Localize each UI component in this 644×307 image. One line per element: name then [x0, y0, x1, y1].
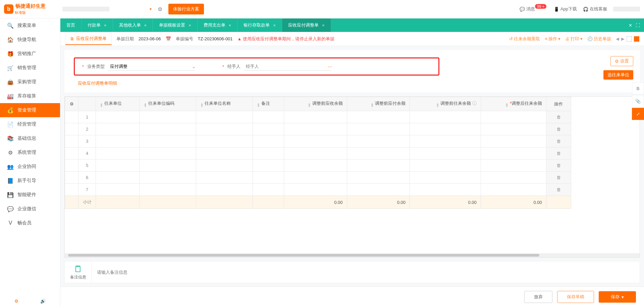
- biz-type-select[interactable]: [108, 62, 195, 71]
- delete-row-button[interactable]: 🗑: [546, 184, 571, 196]
- cell[interactable]: [96, 184, 140, 196]
- tab-4[interactable]: 费用支出单×: [198, 18, 238, 32]
- delete-row-button[interactable]: 🗑: [546, 160, 571, 172]
- delete-row-button[interactable]: 🗑: [546, 147, 571, 160]
- cell[interactable]: [253, 172, 284, 184]
- cell[interactable]: [196, 123, 253, 135]
- company-selector[interactable]: ▾: [62, 7, 152, 11]
- cell[interactable]: [140, 135, 196, 147]
- settings-icon[interactable]: ⚙: [158, 6, 162, 12]
- cell[interactable]: [284, 147, 347, 160]
- sort-icon[interactable]: ▲▼: [371, 103, 374, 107]
- table-row[interactable]: 3🗑: [65, 135, 571, 147]
- sidebar-item-chip[interactable]: 💾智能硬件: [0, 188, 60, 202]
- cell[interactable]: [410, 111, 481, 123]
- cell[interactable]: [96, 160, 140, 172]
- next-icon[interactable]: ▶: [621, 36, 625, 42]
- close-icon[interactable]: ×: [322, 23, 325, 28]
- view-list-icon[interactable]: [627, 36, 632, 42]
- sort-icon[interactable]: ▲▼: [144, 103, 147, 107]
- dock-form-icon[interactable]: 🗎: [632, 82, 644, 94]
- sort-icon[interactable]: ▲▼: [436, 103, 439, 107]
- sort-icon[interactable]: ▲▼: [505, 103, 508, 107]
- cell[interactable]: [253, 184, 284, 196]
- cell[interactable]: [410, 172, 481, 184]
- cell[interactable]: [140, 147, 196, 160]
- reset-balance-button[interactable]: ↺往来余额重取: [509, 36, 540, 42]
- close-icon[interactable]: ×: [144, 23, 147, 28]
- table-row[interactable]: 1🗑: [65, 111, 571, 123]
- sidebar-item-doc[interactable]: 📄经营管理: [0, 117, 60, 131]
- cell[interactable]: [253, 147, 284, 160]
- cell[interactable]: [284, 123, 347, 135]
- delete-row-button[interactable]: 🗑: [546, 111, 571, 123]
- doc-date-value[interactable]: 2023-06-06: [139, 36, 161, 41]
- sidebar-item-cart[interactable]: 🛒销售管理: [0, 61, 60, 75]
- sound-footer-icon[interactable]: 🔊: [40, 299, 46, 304]
- cell[interactable]: [96, 172, 140, 184]
- cell[interactable]: [347, 184, 410, 196]
- tab-0[interactable]: 首页: [60, 18, 82, 32]
- remark-input[interactable]: [92, 261, 640, 283]
- cell[interactable]: [253, 123, 284, 135]
- cell[interactable]: [481, 172, 546, 184]
- discard-button[interactable]: 放弃: [524, 291, 552, 303]
- cell[interactable]: [347, 172, 410, 184]
- column-header[interactable]: ▲▼调整前应付余额: [347, 97, 410, 111]
- cell[interactable]: [410, 184, 481, 196]
- cell[interactable]: [196, 111, 253, 123]
- gear-column-header[interactable]: ⚙: [65, 97, 78, 111]
- online-service-button[interactable]: 🎧 在线客服: [583, 6, 607, 12]
- cell[interactable]: [253, 160, 284, 172]
- delete-row-button[interactable]: 🗑: [546, 123, 571, 135]
- column-header[interactable]: ▲▼调整前应收余额: [284, 97, 347, 111]
- cell[interactable]: [481, 111, 546, 123]
- table-row[interactable]: 4🗑: [65, 147, 571, 160]
- cell[interactable]: [347, 123, 410, 135]
- tab-3[interactable]: 单据模板设置×: [153, 18, 198, 32]
- cell[interactable]: [284, 135, 347, 147]
- close-icon[interactable]: ×: [273, 23, 276, 28]
- cell[interactable]: [481, 160, 546, 172]
- delete-row-button[interactable]: 🗑: [546, 172, 571, 184]
- delete-row-button[interactable]: 🗑: [546, 135, 571, 147]
- save-draft-button[interactable]: 保存草稿: [557, 291, 594, 303]
- cell[interactable]: [140, 160, 196, 172]
- calendar-icon[interactable]: 📅: [166, 36, 171, 41]
- sidebar-item-gift[interactable]: 🎁营销推广: [0, 47, 60, 61]
- cell[interactable]: [140, 172, 196, 184]
- print-dropdown[interactable]: 🖨打印 ▾: [565, 36, 583, 42]
- horizontal-scrollbar[interactable]: [65, 253, 640, 257]
- cell[interactable]: [347, 160, 410, 172]
- settings-footer-icon[interactable]: ⚙: [14, 299, 18, 304]
- sort-icon[interactable]: ▲▼: [257, 103, 260, 107]
- tab-6[interactable]: 应收应付调整单×: [282, 18, 331, 32]
- cell[interactable]: [347, 147, 410, 160]
- sidebar-item-money[interactable]: 💰资金管理: [0, 103, 60, 117]
- cell[interactable]: [140, 123, 196, 135]
- cell[interactable]: [196, 135, 253, 147]
- cell[interactable]: [196, 147, 253, 160]
- tab-2[interactable]: 其他收入单×: [113, 18, 153, 32]
- sidebar-item-vip[interactable]: V畅会员: [0, 216, 60, 230]
- cell[interactable]: [284, 184, 347, 196]
- cell[interactable]: [481, 135, 546, 147]
- cell[interactable]: [347, 111, 410, 123]
- column-header[interactable]: ▲▼往来单位编码: [140, 97, 196, 111]
- tab-1[interactable]: 付款单×: [82, 18, 113, 32]
- sidebar-item-bag[interactable]: 👜采购管理: [0, 75, 60, 89]
- table-row[interactable]: 7🗑: [65, 184, 571, 196]
- table-row[interactable]: 2🗑: [65, 123, 571, 135]
- save-button[interactable]: 保存 ▾: [599, 291, 636, 303]
- cell[interactable]: [96, 123, 140, 135]
- app-download-button[interactable]: 📱 App下载: [554, 6, 577, 12]
- sidebar-item-guide[interactable]: 📘新手引导: [0, 174, 60, 188]
- handler-input[interactable]: [244, 62, 331, 71]
- cell[interactable]: [96, 135, 140, 147]
- chevron-down-icon[interactable]: ⌄: [192, 64, 196, 69]
- cell[interactable]: [96, 147, 140, 160]
- sidebar-item-team[interactable]: 👥企业协同: [0, 160, 60, 174]
- dock-expand-icon[interactable]: ⤢: [632, 108, 644, 120]
- sidebar-item-wechat[interactable]: 💬企业微信: [0, 202, 60, 216]
- try-industry-button[interactable]: 体验行业方案: [168, 4, 204, 14]
